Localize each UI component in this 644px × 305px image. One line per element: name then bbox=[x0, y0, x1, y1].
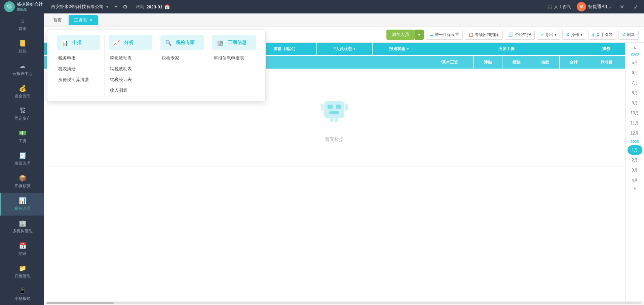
month-item-12[interactable]: 12月 bbox=[628, 128, 642, 138]
new-guide-button[interactable]: ◎ 新手引导 bbox=[588, 30, 616, 40]
tab-payroll[interactable]: 工资表 ✕ bbox=[69, 15, 98, 25]
person-status-filter-icon[interactable]: ▾ bbox=[353, 47, 355, 51]
multi-org-icon: 🏢 bbox=[19, 220, 26, 227]
cloud-small-icon: ☁ bbox=[429, 32, 433, 37]
panel-up-button[interactable]: ▲ bbox=[630, 44, 640, 51]
sidebar-label-invoice: 发票管理 bbox=[14, 161, 31, 166]
close-button[interactable]: ✕ bbox=[618, 2, 626, 11]
inventory-icon: 📦 bbox=[19, 175, 26, 182]
menu-tax-declare[interactable]: 税务申报 bbox=[57, 53, 100, 64]
sidebar-item-ledger[interactable]: 📒 总账 bbox=[0, 36, 44, 58]
popup-header-tax-expert: 🔍 税检专家 bbox=[160, 35, 204, 50]
month-item-3[interactable]: 3月 bbox=[628, 165, 642, 175]
export-arrow-icon: ▾ bbox=[555, 32, 557, 37]
business-info-title: 工商信息 bbox=[228, 40, 247, 46]
panel-down-button[interactable]: ▼ bbox=[630, 185, 640, 192]
month-item-2[interactable]: 2月 bbox=[628, 155, 642, 165]
social-insurance-button[interactable]: ☁ 统一社保设置 bbox=[426, 30, 463, 40]
popup-header-analysis: 📈 分析 bbox=[109, 35, 152, 50]
export-button[interactable]: ↗ 导出 ▾ bbox=[537, 30, 560, 40]
month-item-10[interactable]: 10月 bbox=[628, 108, 642, 118]
month-item-9[interactable]: 9月 bbox=[628, 98, 642, 108]
sidebar-item-multi-org[interactable]: 🏢 多机构管理 bbox=[0, 216, 44, 238]
sidebar-item-invoice[interactable]: 🧾 发票管理 bbox=[0, 148, 44, 170]
report-status-filter-icon[interactable]: ▾ bbox=[407, 47, 409, 51]
social-insurance-label: 统一社保设置 bbox=[435, 32, 459, 38]
business-info-icon: 🏢 bbox=[215, 37, 226, 48]
tax-declare-button[interactable]: 🧾 个税申报 bbox=[505, 30, 535, 40]
company-name: 西安虾米网络科技有限公司 bbox=[51, 4, 104, 10]
sidebar-label-inventory: 库存核算 bbox=[14, 183, 31, 189]
sidebar-item-cloud-report[interactable]: ☁ 云报表中心 bbox=[0, 58, 44, 81]
svg-rect-0 bbox=[324, 101, 344, 118]
special-deduction-button[interactable]: 📋 专项附加扣除 bbox=[465, 30, 503, 40]
sidebar-item-fixed-assets[interactable]: 🏗 固定资产 bbox=[0, 103, 44, 125]
svg-rect-7 bbox=[335, 118, 338, 122]
calendar-icon[interactable]: 📅 bbox=[164, 4, 170, 9]
svg-rect-1 bbox=[328, 105, 333, 109]
invoice-icon: 🧾 bbox=[19, 152, 26, 159]
sidebar-item-closing[interactable]: 📅 结账 bbox=[0, 238, 44, 261]
base-salary-header: *基本工资 bbox=[425, 56, 473, 69]
user-area[interactable]: 畅 畅捷通B组... bbox=[577, 2, 612, 11]
sidebar-item-archive[interactable]: 📁 归档管理 bbox=[0, 261, 44, 283]
tab-home[interactable]: 首页 bbox=[48, 15, 67, 25]
menu-tax-sheet[interactable]: 税表清册 bbox=[57, 64, 100, 74]
sidebar-label-report-sales: 小畅报销 bbox=[14, 296, 31, 302]
add-employee-label: 添加人员 bbox=[392, 32, 409, 38]
salary-group-header: 应发工资 bbox=[425, 43, 588, 55]
empty-svg bbox=[317, 91, 351, 125]
popup-grid: 📊 申报 税务申报 税表清册 所得税汇算清缴 📈 分析 税负波动表 纳税波动表 … bbox=[53, 35, 260, 96]
month-item-11[interactable]: 11月 bbox=[628, 118, 642, 128]
cloud-icon: ☁ bbox=[20, 62, 26, 70]
sidebar-item-report-sales[interactable]: 📱 小畅报销 bbox=[0, 283, 44, 305]
popup-col-declaration: 📊 申报 税务申报 税表清册 所得税汇算清缴 bbox=[53, 35, 105, 96]
deduction-icon: 📋 bbox=[468, 32, 473, 37]
analysis-title: 分析 bbox=[124, 40, 134, 46]
month-item-6[interactable]: 6月 bbox=[628, 68, 642, 77]
menu-income-tax-settlement[interactable]: 所得税汇算清缴 bbox=[57, 74, 100, 85]
tab-home-label: 首页 bbox=[53, 17, 62, 23]
svg-rect-2 bbox=[336, 105, 341, 109]
scrollbar-thumb[interactable] bbox=[46, 302, 114, 304]
menu-annual-report[interactable]: 年报信息申报表 bbox=[212, 53, 256, 64]
declaration-icon: 📊 bbox=[60, 37, 70, 48]
company-selector[interactable]: 西安虾米网络科技有限公司 ▼ bbox=[51, 4, 109, 10]
menu-tax-expert[interactable]: 税检专家 bbox=[160, 53, 204, 64]
month-item-1-active[interactable]: 1月 bbox=[628, 145, 642, 155]
settings-button[interactable]: ⚙ bbox=[121, 2, 129, 11]
menu-tax-burden-fluctuation[interactable]: 税负波动表 bbox=[109, 53, 152, 64]
sidebar-item-fund[interactable]: 💰 资金管理 bbox=[0, 81, 44, 103]
sidebar-label-home: 首页 bbox=[18, 26, 27, 32]
add-employee-button[interactable]: 添加人员 bbox=[386, 30, 415, 40]
ledger-icon: 📒 bbox=[19, 40, 26, 47]
operations-label: 操作 bbox=[571, 32, 579, 38]
month-item-8[interactable]: 8月 bbox=[628, 88, 642, 98]
sidebar-item-inventory[interactable]: 📦 库存核算 bbox=[0, 170, 44, 193]
period-value: 2023-01 bbox=[146, 4, 162, 9]
sidebar-item-home[interactable]: ⌂ 首页 bbox=[0, 13, 44, 36]
add-company-button[interactable]: + bbox=[113, 2, 119, 11]
fund-icon: 💰 bbox=[19, 85, 26, 92]
maximize-button[interactable]: ⤢ bbox=[632, 2, 640, 11]
sidebar-item-tax[interactable]: 📊 税务管理 bbox=[0, 193, 44, 216]
operations-arrow-icon: ▾ bbox=[580, 32, 582, 37]
menu-income-calculation[interactable]: 收入测算 bbox=[109, 85, 152, 96]
service-button[interactable]: 🎧 人工咨询 bbox=[547, 4, 571, 10]
declaration-title: 申报 bbox=[72, 40, 82, 46]
logo-area: 畅 畅捷通好会计 旗舰版 bbox=[4, 1, 44, 12]
tab-close-icon[interactable]: ✕ bbox=[89, 18, 92, 23]
svg-rect-5 bbox=[345, 104, 348, 111]
tax-expert-icon: 🔍 bbox=[163, 37, 174, 48]
menu-tax-fluctuation[interactable]: 纳税波动表 bbox=[109, 64, 152, 74]
operations-button[interactable]: ⚙ 操作 ▾ bbox=[562, 30, 586, 40]
month-item-5[interactable]: 5月 bbox=[628, 58, 642, 67]
month-item-7[interactable]: 7月 bbox=[628, 78, 642, 87]
refresh-button[interactable]: ↺ 刷新 bbox=[618, 30, 639, 40]
svg-rect-4 bbox=[321, 104, 324, 111]
add-employee-dropdown-button[interactable]: ▼ bbox=[415, 30, 424, 40]
sidebar-item-payroll[interactable]: 💵 工资 bbox=[0, 125, 44, 148]
menu-tax-statistics[interactable]: 纳税统计表 bbox=[109, 74, 152, 85]
month-item-4[interactable]: 4月 bbox=[628, 176, 642, 185]
allowance-header: 津贴 bbox=[473, 56, 502, 69]
